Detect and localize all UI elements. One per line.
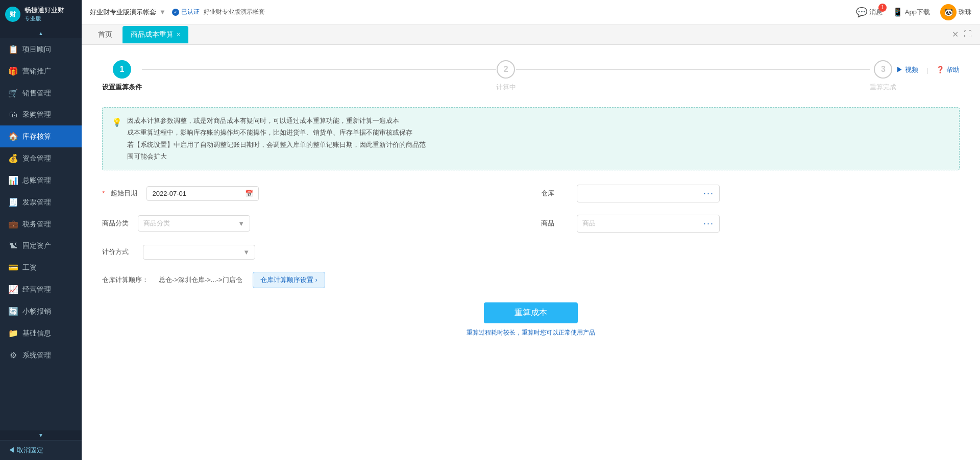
sidebar-item-finance[interactable]: 💰 资金管理 [0,147,82,169]
purchase-icon: 🛍 [8,110,18,119]
sidebar-item-basic[interactable]: 📁 基础信息 [0,322,82,344]
message-badge: 1 [878,4,887,12]
ops-icon: 📈 [8,285,18,294]
finance-icon: 💰 [8,154,18,163]
sidebar-item-marketing[interactable]: 🎁 营销推广 [0,60,82,82]
logo-text: 畅捷通好业财 [24,6,64,15]
sidebar-item-label: 库存核算 [22,132,51,141]
step-1-num: 1 [120,65,125,74]
sidebar-item-payroll[interactable]: 💳 工资 [0,257,82,278]
warehouse-order-value: 总仓->深圳仓库->...->门店仓 [159,275,242,285]
window-expand-icon[interactable]: ⛶ [964,30,972,39]
verified-badge: ✓ 已认证 好业财专业版演示帐套 [172,8,265,16]
account-dropdown-icon: ▼ [159,8,166,16]
avatar: 🐼 [940,4,957,20]
verified-account-name: 好业财专业版演示帐套 [204,8,265,16]
price-label: 计价方式 [102,247,133,257]
sidebar-item-label: 税务管理 [22,220,51,229]
video-link[interactable]: ▶ 视频 [896,65,918,74]
account-selector[interactable]: 好业财专业版演示帐套 ▼ [90,8,166,17]
warehouse-input[interactable]: ··· [577,185,720,202]
sidebar-item-expense[interactable]: 🔄 小畅报销 [0,300,82,322]
sidebar-item-purchase[interactable]: 🛍 采购管理 [0,104,82,125]
help-link[interactable]: ❓ 帮助 [936,65,960,74]
logo-icon: 财 [5,7,20,22]
sidebar-item-label: 小畅报销 [22,307,51,316]
warehouse-order-label: 仓库计算顺序： [102,275,149,285]
info-line-1: 因成本计算参数调整，或是对商品成本有疑问时，可以通过成本重算功能，重新计算一遍成… [127,115,426,126]
category-select[interactable]: 商品分类 ▼ [138,215,250,232]
price-method-select[interactable]: ▼ [143,245,255,260]
start-date-label: 起始日期 [111,189,141,198]
product-input[interactable]: 商品 ··· [577,215,720,233]
sidebar-item-label: 系统管理 [22,351,51,360]
sidebar-footer-label: ◀ 取消固定 [8,446,43,455]
warehouse-order-settings-btn[interactable]: 仓库计算顺序设置 › [253,272,325,288]
tab-close-icon[interactable]: × [177,31,180,38]
video-help-divider: | [926,66,928,74]
tab-home[interactable]: 首页 [90,26,120,43]
step-1: 1 设置重算条件 [102,60,142,92]
recalc-btn[interactable]: 重算成本 [484,302,578,323]
stepper-video-help: ▶ 视频 | ❓ 帮助 [896,60,960,74]
step-3-label: 重算完成 [870,83,896,92]
sidebar-logo: 财 畅捷通好业财 专业版 [0,0,82,29]
sidebar-item-label: 经营管理 [22,285,51,294]
start-date-input[interactable]: 2022-07-01 📅 [146,186,259,201]
app-download-btn[interactable]: 📱 App下载 [893,7,930,17]
warehouse-dots-icon[interactable]: ··· [703,188,714,199]
form-group-category: 商品分类 商品分类 ▼ [102,215,521,232]
step-3-circle: 3 [874,60,892,79]
sidebar-item-accounting[interactable]: 📊 总账管理 [0,169,82,191]
sidebar-item-label: 总账管理 [22,176,51,185]
sidebar-item-ops[interactable]: 📈 经营管理 [0,278,82,300]
sidebar-item-label: 采购管理 [22,110,51,119]
form-row-2: 商品分类 商品分类 ▼ 商品 商品 ··· [102,215,960,233]
topbar: 好业财专业版演示帐套 ▼ ✓ 已认证 好业财专业版演示帐套 💬 消息 1 📱 A… [82,0,980,24]
sidebar-item-label: 资金管理 [22,154,51,163]
calendar-icon[interactable]: 📅 [245,190,253,197]
product-label: 商品 [541,219,572,228]
sidebar-nav: 📋 项目顾问 🎁 营销推广 🛒 销售管理 🛍 采购管理 🏠 库存核算 💰 资金管… [0,38,82,430]
product-dots-icon[interactable]: ··· [703,218,714,229]
assets-icon: 🏗 [8,241,18,250]
recalc-hint: 重算过程耗时较长，重算时您可以正常使用产品 [467,328,595,337]
form-group-start-date: * 起始日期 2022-07-01 📅 [102,186,521,201]
step-line-1 [142,69,496,70]
sidebar-item-invoice[interactable]: 🧾 发票管理 [0,191,82,213]
sidebar-item-assets[interactable]: 🏗 固定资产 [0,235,82,257]
start-date-value: 2022-07-01 [152,190,245,197]
tab-home-label: 首页 [98,30,112,38]
sidebar-item-label: 销售管理 [22,89,51,98]
tab-recalc[interactable]: 商品成本重算 × [122,26,188,43]
user-name: 珠珠 [959,8,972,17]
sales-icon: 🛒 [8,88,18,98]
info-line-2: 成本重算过程中，影响库存账的操作均不能操作，比如进货单、销货单、库存单据不能审核… [127,126,426,138]
sidebar-item-sales[interactable]: 🛒 销售管理 [0,82,82,104]
sidebar-item-label: 固定资产 [22,241,51,250]
basic-icon: 📁 [8,328,18,338]
info-line-3: 若【系统设置】中启用了自动调整记账日期时，会调整入库单的整单记账日期，因此重新计… [127,139,426,150]
form-row-1: * 起始日期 2022-07-01 📅 仓库 ··· [102,185,960,202]
sidebar-unpin-btn[interactable]: ◀ 取消固定 [0,440,82,460]
sidebar-item-system[interactable]: ⚙ 系统管理 [0,344,82,366]
sidebar-item-project[interactable]: 📋 项目顾问 [0,38,82,60]
step-line-2 [516,69,870,70]
app-download-label: App下载 [905,8,930,17]
message-btn[interactable]: 💬 消息 1 [856,7,883,18]
sidebar: 财 畅捷通好业财 专业版 ▲ 📋 项目顾问 🎁 营销推广 🛒 销售管理 🛍 采购… [0,0,82,460]
user-avatar-btn[interactable]: 🐼 珠珠 [940,4,972,20]
warehouse-order-row: 仓库计算顺序： 总仓->深圳仓库->...->门店仓 仓库计算顺序设置 › [102,272,960,288]
recalc-section: 重算成本 重算过程耗时较长，重算时您可以正常使用产品 [102,302,960,337]
step-2-num: 2 [504,65,508,74]
sidebar-item-inventory[interactable]: 🏠 库存核算 [0,125,82,147]
warehouse-label: 仓库 [541,189,572,198]
sidebar-item-label: 发票管理 [22,198,51,207]
step-2-label: 计算中 [496,83,516,92]
accounting-icon: 📊 [8,175,18,185]
inventory-icon: 🏠 [8,132,18,141]
verified-label: 已认证 [181,8,200,16]
sidebar-item-tax[interactable]: 💼 税务管理 [0,213,82,235]
window-close-icon[interactable]: ✕ [952,30,959,39]
sidebar-item-label: 基础信息 [22,329,51,338]
